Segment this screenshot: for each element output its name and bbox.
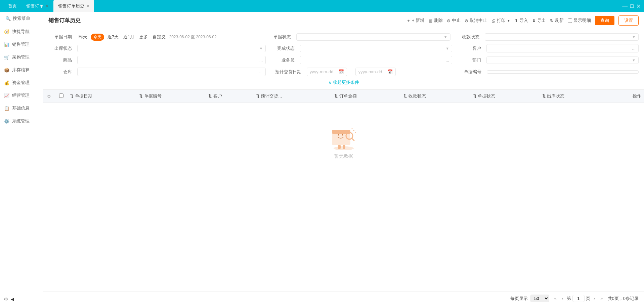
goods-ellipsis-icon[interactable]: ... bbox=[259, 58, 263, 63]
sales-mgmt-icon: 📊 bbox=[4, 42, 9, 47]
quick-nav-icon: 🧭 bbox=[4, 29, 9, 34]
customer-input[interactable]: ... bbox=[486, 44, 639, 52]
complete-status-arrow-icon: ▼ bbox=[445, 46, 449, 50]
col-amount-sort-icon[interactable]: ⇅ bbox=[334, 93, 338, 99]
import-button[interactable]: ⬆ 导入 bbox=[514, 17, 528, 24]
plus-icon: + bbox=[407, 18, 410, 23]
total-text: 共0页，0条记录 bbox=[608, 296, 639, 302]
next-page-button[interactable]: › bbox=[592, 295, 597, 302]
refresh-icon: ↻ bbox=[550, 18, 554, 23]
setting-button[interactable]: 设置 bbox=[618, 15, 639, 26]
tab-home[interactable]: 首页 bbox=[3, 0, 22, 12]
select-all-checkbox[interactable] bbox=[59, 93, 63, 98]
sidebar-item-inventory[interactable]: 📦 库存核算 bbox=[0, 64, 43, 76]
out-status-select[interactable]: ▼ bbox=[77, 45, 266, 52]
svg-point-11 bbox=[351, 128, 352, 129]
date-btn-yesterday[interactable]: 昨天 bbox=[77, 33, 89, 41]
calendar-start-icon[interactable]: 📅 bbox=[339, 69, 344, 74]
collapse-up-icon: ∧ bbox=[328, 80, 332, 85]
sidebar-item-sys-mgmt[interactable]: ⚙️ 系统管理 bbox=[0, 115, 43, 127]
window-close-icon[interactable]: ✕ bbox=[636, 3, 641, 9]
salesperson-input[interactable]: ... bbox=[300, 56, 452, 64]
receipt-status-select[interactable]: ▼ bbox=[485, 33, 639, 41]
table-settings-icon[interactable]: ⚙ bbox=[47, 94, 51, 99]
new-button[interactable]: + + 新增 bbox=[407, 17, 424, 24]
stop-button[interactable]: ⊘ 中止 bbox=[447, 17, 461, 24]
export-button[interactable]: ⬇ 导出 bbox=[532, 17, 546, 24]
out-status-label: 出库状态 bbox=[48, 45, 72, 51]
sidebar-item-label: 系统管理 bbox=[12, 118, 30, 124]
delivery-date-start-input[interactable]: yyyy-mm-dd 📅 bbox=[307, 68, 347, 76]
warehouse-input[interactable]: ... bbox=[77, 68, 266, 76]
toolbar: + + 新增 🗑 删除 ⊘ 中止 ⊘ 取消中止 🖨 打印 bbox=[407, 15, 639, 26]
window-maximize-icon[interactable]: □ bbox=[630, 3, 634, 9]
delete-button[interactable]: 🗑 删除 bbox=[428, 17, 443, 24]
bill-status-select[interactable]: ▼ bbox=[296, 33, 450, 41]
page-unit: 页 bbox=[586, 296, 590, 302]
cancel-stop-button[interactable]: ⊘ 取消中止 bbox=[465, 17, 487, 24]
col-date-sort-icon[interactable]: ⇅ bbox=[70, 93, 74, 99]
prev-page-button[interactable]: ‹ bbox=[560, 295, 565, 302]
col-receipt-status-sort-icon[interactable]: ⇅ bbox=[403, 93, 407, 99]
sidebar-item-finance[interactable]: 💰 资金管理 bbox=[0, 76, 43, 89]
col-number-header: ⇅ 单据编号 bbox=[136, 90, 206, 103]
salesperson-ellipsis-icon[interactable]: ... bbox=[445, 58, 449, 63]
sidebar-search[interactable]: 🔍 搜索菜单 bbox=[0, 12, 43, 25]
col-out-status-sort-icon[interactable]: ⇅ bbox=[542, 93, 546, 99]
date-btn-7days[interactable]: 近7天 bbox=[106, 33, 120, 41]
bill-number-input[interactable] bbox=[487, 70, 639, 74]
empty-illustration bbox=[325, 123, 362, 153]
page-number-input[interactable] bbox=[572, 295, 585, 302]
top-bar: 首页 销售订单 ✕ 销售订单历史 ✕ — □ ✕ bbox=[0, 0, 644, 12]
date-btn-more[interactable]: 更多 bbox=[138, 33, 149, 41]
sidebar-item-purchase-mgmt[interactable]: 🛒 采购管理 bbox=[0, 51, 43, 64]
refresh-button[interactable]: ↻ 刷新 bbox=[550, 17, 564, 24]
customer-ellipsis-icon[interactable]: ... bbox=[632, 46, 636, 51]
svg-point-9 bbox=[353, 130, 354, 131]
tab-sales-order-history-close[interactable]: ✕ bbox=[86, 4, 89, 8]
query-button[interactable]: 查询 bbox=[595, 16, 614, 25]
page-label: 第 bbox=[567, 296, 571, 302]
col-out-status-header: ⇅ 出库状态 bbox=[540, 90, 609, 103]
filter-area: 单据日期 昨天 今天 近7天 近1月 更多 自定义 2023-06-02 至 2… bbox=[43, 29, 644, 90]
filter-row-1: 单据日期 昨天 今天 近7天 近1月 更多 自定义 2023-06-02 至 2… bbox=[48, 33, 639, 41]
last-page-button[interactable]: » bbox=[598, 295, 605, 302]
date-btn-1month[interactable]: 近1月 bbox=[122, 33, 136, 41]
sidebar-item-sales-mgmt[interactable]: 📊 销售管理 bbox=[0, 38, 43, 51]
col-amount-header: ⇅ 订单金额 bbox=[332, 90, 401, 103]
tab-sales-order[interactable]: 销售订单 ✕ bbox=[22, 0, 53, 12]
show-detail-checkbox-label[interactable]: 显示明细 bbox=[568, 17, 591, 24]
delivery-date-end-input[interactable]: yyyy-mm-dd 📅 bbox=[355, 68, 396, 76]
tab-sales-order-close[interactable]: ✕ bbox=[46, 4, 49, 8]
calendar-end-icon[interactable]: 📅 bbox=[387, 69, 393, 74]
complete-status-select[interactable]: ▼ bbox=[300, 45, 452, 52]
page-size-select[interactable]: 10 20 50 100 bbox=[530, 295, 549, 302]
sidebar-item-label: 经营管理 bbox=[12, 92, 30, 99]
sidebar-collapse-icon[interactable]: ◀ bbox=[11, 297, 14, 302]
sidebar-settings-icon[interactable]: ⚙ bbox=[4, 297, 8, 302]
print-icon: 🖨 bbox=[491, 18, 496, 23]
first-page-button[interactable]: « bbox=[552, 295, 558, 302]
collapse-link[interactable]: ∧ 收起更多条件 bbox=[48, 79, 639, 85]
col-number-sort-icon[interactable]: ⇅ bbox=[139, 93, 143, 99]
empty-text: 暂无数据 bbox=[334, 153, 353, 159]
window-minimize-icon[interactable]: — bbox=[622, 3, 628, 9]
print-button[interactable]: 🖨 打印 ▼ bbox=[491, 17, 510, 24]
date-btn-today[interactable]: 今天 bbox=[91, 34, 104, 41]
sidebar-item-basic-info[interactable]: 📋 基础信息 bbox=[0, 102, 43, 115]
goods-input[interactable]: ... bbox=[77, 56, 266, 64]
sidebar-item-operations[interactable]: 📈 经营管理 bbox=[0, 89, 43, 102]
col-customer-sort-icon[interactable]: ⇅ bbox=[208, 93, 212, 99]
warehouse-ellipsis-icon[interactable]: ... bbox=[259, 69, 263, 74]
date-btn-custom[interactable]: 自定义 bbox=[151, 33, 167, 41]
col-delivery-sort-icon[interactable]: ⇅ bbox=[256, 93, 260, 99]
main-layout: 🔍 搜索菜单 🧭 快捷导航 📊 销售管理 🛒 采购管理 📦 库存核算 💰 资金管… bbox=[0, 12, 644, 305]
sidebar: 🔍 搜索菜单 🧭 快捷导航 📊 销售管理 🛒 采购管理 📦 库存核算 💰 资金管… bbox=[0, 12, 43, 305]
show-detail-checkbox[interactable] bbox=[568, 18, 572, 23]
col-bill-status-sort-icon[interactable]: ⇅ bbox=[473, 93, 477, 99]
empty-state: 暂无数据 bbox=[43, 103, 644, 180]
sidebar-item-quick-nav[interactable]: 🧭 快捷导航 bbox=[0, 25, 43, 38]
date-separator: — bbox=[349, 69, 353, 74]
dept-select[interactable]: ▼ bbox=[486, 56, 639, 64]
tab-sales-order-history[interactable]: 销售订单历史 ✕ bbox=[53, 0, 94, 12]
